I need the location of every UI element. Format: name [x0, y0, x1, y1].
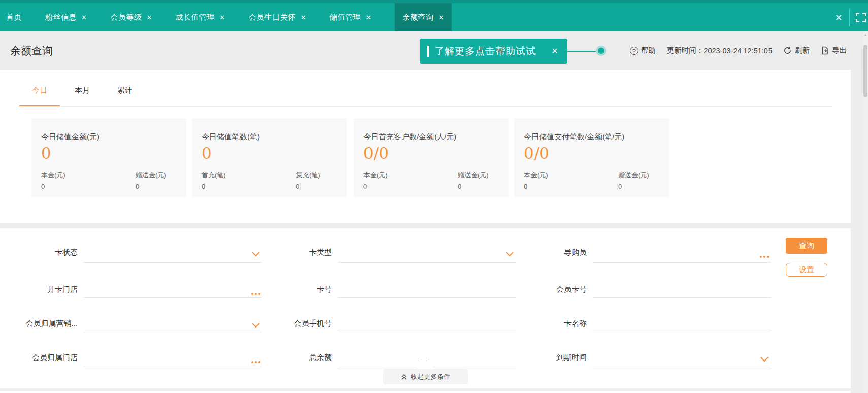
input-total-balance-min[interactable] [338, 346, 417, 369]
underline [433, 367, 516, 367]
input-member-marketing[interactable] [84, 311, 262, 334]
field-label-shopping-guide: 导购员 [511, 247, 587, 257]
divider [849, 9, 850, 26]
stat-sub-value: 0 [363, 183, 367, 190]
page-title: 余额查询 [10, 44, 53, 58]
underline [338, 262, 516, 263]
stat-sub-label: 首充(笔) [202, 171, 226, 180]
window-buttons: ✕ [832, 3, 868, 31]
search-button[interactable]: 查询 [786, 238, 827, 254]
export-button[interactable]: 导出 [821, 46, 847, 55]
field-label-card-type: 卡类型 [256, 247, 332, 257]
field-label-card-open-store: 开卡门店 [2, 284, 78, 294]
tooltip-anchor-dot [598, 48, 604, 54]
stat-sub-value: 0 [458, 183, 461, 190]
tab-close-icon[interactable]: ✕ [81, 14, 87, 21]
underline [592, 262, 771, 263]
stats-tab-total[interactable]: 累计 [104, 70, 146, 107]
filter-panel: 卡状态卡类型导购员开卡门店卡号会员卡号会员归属营销...会员手机号卡名称会员归属… [0, 228, 851, 388]
input-card-type[interactable] [338, 242, 516, 264]
stats-panel: 今日本月累计 今日储值金额(元)0本金(元)0赠送金(元)0今日储值笔数(笔)0… [0, 70, 851, 223]
underline [84, 332, 262, 332]
stat-card-value: 0 [41, 145, 51, 163]
update-time: 更新时间： 2023-03-24 12:51:05 [667, 46, 772, 55]
stat-card: 今日储值金额(元)0本金(元)0赠送金(元)0 [31, 118, 186, 197]
stats-tab-today[interactable]: 今日 [18, 70, 61, 107]
input-card-number[interactable] [338, 277, 516, 299]
input-member-phone[interactable] [338, 311, 516, 334]
refresh-label: 刷新 [795, 46, 810, 55]
tab-balance-query[interactable]: 余额查询✕ [395, 3, 452, 31]
stat-sub-label: 本金(元) [363, 171, 388, 180]
tab-fans-info[interactable]: 粉丝信息✕ [45, 3, 87, 31]
ellipsis-picker-icon[interactable] [760, 251, 769, 258]
input-card-name[interactable] [592, 311, 771, 334]
collapse-more-label: 收起更多条件 [411, 372, 450, 381]
tab-stored-value[interactable]: 储值管理✕ [329, 3, 371, 31]
fullscreen-icon[interactable] [855, 13, 866, 25]
tab-label: 会员等级 [110, 13, 142, 22]
results-panel-edge [0, 391, 851, 393]
stat-sub-label: 本金(元) [524, 171, 548, 180]
stat-sub-label: 赠送金(元) [458, 171, 489, 180]
stat-sub-label: 复充(笔) [296, 171, 320, 180]
underline [84, 367, 262, 367]
stat-sub-value: 0 [41, 183, 45, 190]
close-icon[interactable]: ✕ [832, 12, 845, 24]
tab-close-icon[interactable]: ✕ [301, 14, 306, 21]
field-label-card-status: 卡状态 [2, 247, 78, 257]
stat-card-value: 0/0 [524, 145, 549, 163]
underline [592, 297, 771, 298]
tab-close-icon[interactable]: ✕ [146, 14, 152, 21]
field-label-member-phone: 会员手机号 [256, 318, 332, 329]
input-card-status[interactable] [84, 242, 262, 264]
vertical-scrollbar[interactable]: ▲ [863, 31, 868, 393]
refresh-button[interactable]: 刷新 [783, 46, 810, 55]
underline [592, 367, 771, 367]
tab-label: 首页 [6, 13, 22, 22]
tab-label: 余额查询 [403, 13, 434, 22]
settings-button[interactable]: 设置 [786, 263, 827, 277]
tab-close-icon[interactable]: ✕ [365, 14, 371, 21]
tab-growth-value[interactable]: 成长值管理✕ [176, 3, 225, 31]
stat-card: 今日首充客户数/金额(人/元)0/0本金(元)0赠送金(元)0 [354, 118, 509, 197]
input-total-balance-max[interactable] [433, 346, 516, 369]
stat-sub-value: 0 [618, 183, 622, 190]
field-label-member-marketing: 会员归属营销... [2, 318, 78, 329]
tab-close-icon[interactable]: ✕ [439, 14, 444, 21]
tab-close-icon[interactable]: ✕ [219, 14, 225, 21]
input-card-open-store[interactable] [84, 277, 262, 299]
refresh-icon [783, 46, 792, 55]
input-expire-time[interactable] [592, 346, 771, 369]
tab-member-birthday[interactable]: 会员生日关怀✕ [249, 3, 306, 31]
tab-label: 成长值管理 [176, 13, 215, 22]
chevron-down-icon[interactable] [760, 354, 770, 362]
tooltip-text: 了解更多点击帮助试试 [435, 45, 536, 58]
collapse-more-button[interactable]: 收起更多条件 [383, 369, 468, 384]
double-chevron-up-icon [400, 374, 407, 380]
scrollbar-thumb[interactable] [863, 45, 867, 97]
underline [592, 332, 771, 332]
help-button[interactable]: ? 帮助 [630, 46, 656, 55]
stat-card-title: 今日储值笔数(笔) [202, 132, 260, 142]
stat-card: 今日储值笔数(笔)0首充(笔)0复充(笔)0 [192, 118, 347, 197]
tab-label: 粉丝信息 [45, 13, 77, 22]
input-member-card-number[interactable] [592, 277, 771, 299]
stat-card-title: 今日储值金额(元) [41, 132, 99, 142]
input-member-store[interactable] [84, 346, 262, 369]
tab-home[interactable]: 首页 [6, 3, 22, 31]
tab-label: 会员生日关怀 [249, 13, 296, 22]
scrollbar-up-arrow[interactable]: ▲ [863, 33, 868, 36]
range-separator: — [418, 352, 432, 363]
stat-card: 今日储值支付笔数/金额(笔/元)0/0本金(元)0赠送金(元)0 [514, 118, 669, 197]
help-label: 帮助 [641, 46, 656, 55]
top-tab-bar: 首页粉丝信息✕会员等级✕成长值管理✕会员生日关怀✕储值管理✕余额查询✕ ✕ [0, 0, 868, 31]
underline [84, 262, 262, 263]
stats-tab-month[interactable]: 本月 [61, 70, 104, 107]
tab-member-level[interactable]: 会员等级✕ [110, 3, 152, 31]
export-icon [821, 46, 829, 55]
stat-card-value: 0 [202, 145, 212, 163]
input-shopping-guide[interactable] [592, 242, 771, 264]
field-label-card-number: 卡号 [256, 284, 332, 294]
tooltip-close-icon[interactable]: ✕ [549, 46, 560, 57]
